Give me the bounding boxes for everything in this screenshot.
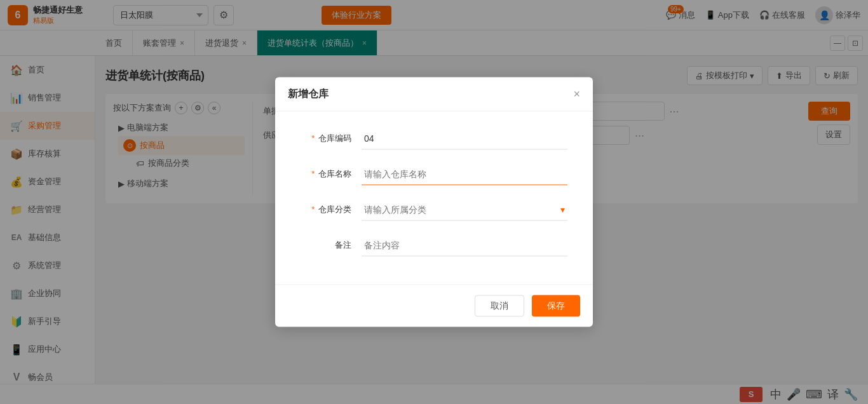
modal-body: * 仓库编码 * 仓库名称 * 仓库分类 ▾	[275, 112, 593, 285]
modal-header: 新增仓库 ×	[275, 77, 593, 112]
note-field-input[interactable]	[362, 234, 567, 257]
save-button[interactable]: 保存	[532, 295, 580, 317]
code-field-input[interactable]	[362, 127, 567, 150]
form-row-note: 备注	[301, 234, 567, 257]
modal-close-button[interactable]: ×	[573, 88, 580, 101]
new-warehouse-modal: 新增仓库 × * 仓库编码 * 仓库名称 * 仓库分类	[275, 77, 593, 327]
category-select-input[interactable]	[364, 204, 560, 214]
cancel-button[interactable]: 取消	[475, 295, 524, 317]
form-row-code: * 仓库编码	[301, 127, 567, 150]
note-field-label: 备注	[301, 239, 351, 251]
category-dropdown-icon: ▾	[560, 204, 565, 214]
modal-title: 新增仓库	[288, 88, 329, 101]
category-select-wrap[interactable]: ▾	[362, 198, 567, 221]
form-row-name: * 仓库名称	[301, 163, 567, 185]
code-field-label: * 仓库编码	[301, 133, 351, 144]
name-field-label: * 仓库名称	[301, 168, 351, 180]
category-field-label: * 仓库分类	[301, 204, 351, 215]
modal-footer: 取消 保存	[275, 285, 593, 327]
name-field-input[interactable]	[362, 163, 567, 185]
form-row-category: * 仓库分类 ▾	[301, 198, 567, 221]
